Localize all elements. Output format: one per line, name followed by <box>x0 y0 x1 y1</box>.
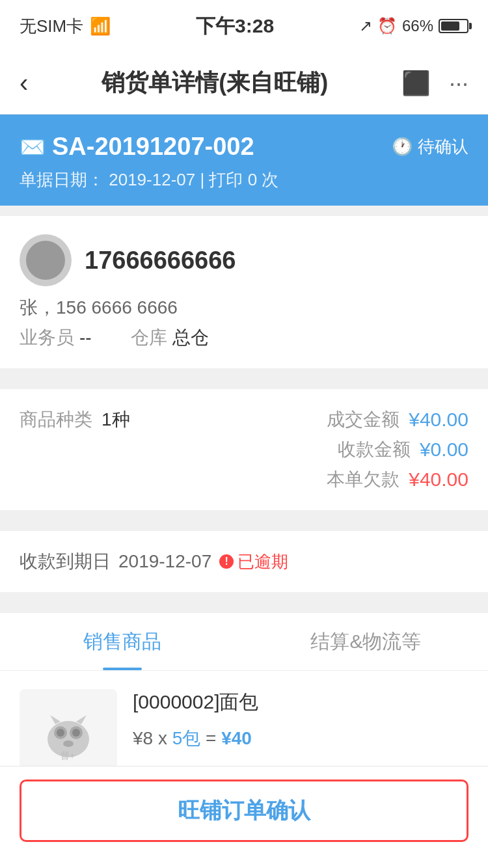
amount-value: ¥40.00 <box>409 409 468 431</box>
equals-symbol: = <box>206 728 216 748</box>
svg-point-5 <box>57 729 64 737</box>
product-price: ¥8 x 5包 = ¥40 <box>133 726 468 751</box>
order-status: 🕐 待确认 <box>392 135 468 158</box>
warehouse-field: 仓库 总仓 <box>131 325 209 350</box>
page-title: 销货单详情(来自旺铺) <box>102 67 328 99</box>
svg-point-1 <box>34 263 57 276</box>
bottom-btn-area: 旺铺订单确认 <box>0 766 488 868</box>
owed-value: ¥40.00 <box>409 468 468 491</box>
alarm-icon: ⏰ <box>377 17 397 35</box>
due-date: 2019-12-07 <box>118 551 211 572</box>
warehouse-value: 总仓 <box>172 325 209 350</box>
svg-point-0 <box>39 249 52 262</box>
customer-card: 17666666666 张，156 6666 6666 业务员 -- 仓库 总仓 <box>0 216 488 368</box>
svg-point-6 <box>72 729 80 737</box>
amount-row: 成交金额 ¥40.00 <box>327 407 468 432</box>
tab-settlement-label: 结算&物流等 <box>310 629 421 655</box>
tab-sales-products[interactable]: 销售商品 <box>0 613 244 670</box>
owed-label: 本单欠款 <box>327 467 400 492</box>
back-button[interactable]: ‹ <box>20 68 28 98</box>
overdue-icon: ! <box>219 554 234 569</box>
order-id-text: SA-20191207-002 <box>52 133 254 161</box>
status-text: 待确认 <box>418 135 468 158</box>
nav-bar: ‹ 销货单详情(来自旺铺) ⬛ ··· <box>0 52 488 115</box>
print-info: | 打印 0 次 <box>200 170 278 189</box>
battery-icon <box>439 19 468 33</box>
order-meta: 单据日期： 2019-12-07 | 打印 0 次 <box>20 169 468 191</box>
order-header: ✉️ SA-20191207-002 🕐 待确认 单据日期： 2019-12-0… <box>0 115 488 206</box>
tabs: 销售商品 结算&物流等 <box>0 613 488 671</box>
received-label: 收款金额 <box>338 437 411 462</box>
person-icon <box>30 245 61 276</box>
status-left: 无SIM卡 📶 <box>20 15 111 38</box>
salesman-field: 业务员 -- <box>20 325 92 350</box>
status-bar: 无SIM卡 📶 下午3:28 ↗ ⏰ 66% <box>0 0 488 52</box>
warehouse-label: 仓库 <box>131 325 167 350</box>
received-value: ¥0.00 <box>420 439 468 461</box>
salesman-label: 业务员 <box>20 325 74 350</box>
avatar <box>20 234 72 286</box>
order-icon: ✉️ <box>20 135 46 159</box>
clock-icon: 🕐 <box>392 137 413 157</box>
tab-active-indicator <box>103 668 142 670</box>
product-owl-icon: 督+ <box>36 710 101 766</box>
date-label: 单据日期： <box>20 170 104 189</box>
battery-percent: 66% <box>402 17 433 35</box>
share-button[interactable]: ⬛ <box>401 70 431 97</box>
customer-details: 业务员 -- 仓库 总仓 <box>20 325 468 350</box>
received-row: 收款金额 ¥0.00 <box>338 437 468 462</box>
product-types-label: 商品种类 <box>20 407 92 432</box>
divider-1 <box>0 368 488 379</box>
more-button[interactable]: ··· <box>449 70 468 97</box>
customer-phone: 17666666666 <box>85 247 236 275</box>
divider-2 <box>0 510 488 521</box>
svg-marker-8 <box>50 715 61 724</box>
tab-sales-label: 销售商品 <box>83 629 161 655</box>
due-date-card: 收款到期日 2019-12-07 ! 已逾期 <box>0 531 488 592</box>
summary-card: 商品种类 1种 成交金额 ¥40.00 收款金额 ¥0.00 本单欠款 ¥40.… <box>0 389 488 510</box>
overdue-text: 已逾期 <box>237 550 288 573</box>
total-value: ¥40 <box>221 728 252 748</box>
confirm-order-button[interactable]: 旺铺订单确认 <box>20 780 468 842</box>
svg-marker-9 <box>76 715 87 724</box>
owed-row: 本单欠款 ¥40.00 <box>327 467 468 492</box>
carrier-text: 无SIM卡 <box>20 15 83 38</box>
due-label: 收款到期日 <box>20 549 111 574</box>
amounts: 成交金额 ¥40.00 收款金额 ¥0.00 本单欠款 ¥40.00 <box>327 407 468 492</box>
order-id-row: ✉️ SA-20191207-002 <box>20 133 254 161</box>
tab-settlement[interactable]: 结算&物流等 <box>244 613 488 670</box>
divider-3 <box>0 592 488 603</box>
status-right: ↗ ⏰ 66% <box>359 17 468 35</box>
product-types-value: 1种 <box>102 407 130 432</box>
price-value: ¥8 <box>133 728 153 748</box>
salesman-value: -- <box>79 327 92 348</box>
svg-point-7 <box>63 740 74 747</box>
wifi-icon: 📶 <box>90 16 111 36</box>
time-display: 下午3:28 <box>196 13 274 40</box>
product-types: 商品种类 1种 <box>20 407 130 432</box>
overdue-badge: ! 已逾期 <box>219 550 288 573</box>
date-value: 2019-12-07 <box>109 170 195 189</box>
location-icon: ↗ <box>359 17 372 35</box>
multiplier-symbol: x <box>158 728 167 748</box>
product-name: [0000002]面包 <box>133 689 468 716</box>
svg-text:督+: 督+ <box>61 750 75 761</box>
amount-label: 成交金额 <box>327 407 400 432</box>
quantity-value: 5包 <box>172 728 201 748</box>
customer-name: 张，156 6666 6666 <box>20 295 468 320</box>
nav-icons: ⬛ ··· <box>401 70 468 97</box>
